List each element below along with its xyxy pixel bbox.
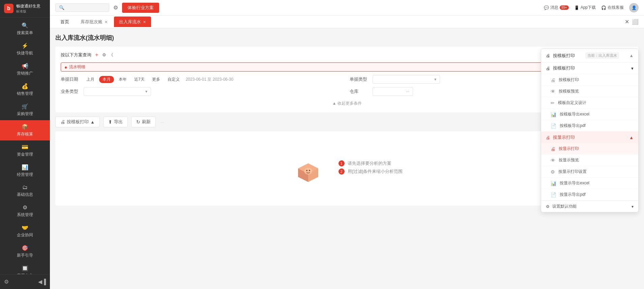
print-item-template-excel[interactable]: 📊 按模板导出excel (541, 109, 638, 120)
message-action[interactable]: 💬 消息 99+ (544, 5, 569, 10)
print-item-template-pdf[interactable]: 📄 按模板导出pdf (541, 120, 638, 132)
display-preview-label: 按显示预览 (559, 157, 579, 163)
template-section-arrow: ▾ (631, 66, 634, 71)
topbar: 🔍 ⚙ 体验行业方案 💬 消息 99+ 📱 App下载 🎧 在线客服 👤 (50, 0, 644, 16)
message-icon: 💬 (544, 5, 549, 10)
search-icon: 🔍 (59, 5, 64, 10)
industry-button[interactable]: 体验行业方案 (122, 3, 159, 13)
sidebar-item-basic[interactable]: 🗂 基础信息 (0, 181, 50, 201)
print-item-display-excel[interactable]: 📊 按显示导出excel (541, 178, 638, 189)
sidebar-item-inventory[interactable]: 📦 库存核算 (0, 120, 50, 140)
message-badge: 99+ (560, 5, 569, 10)
filter-settings-icon[interactable]: ⚙ (102, 52, 106, 57)
print-item-display-print[interactable]: 🖨 按显示打印 (541, 143, 638, 155)
close-window-icon[interactable]: ✕ (625, 19, 629, 25)
template-print-item-label: 按模板打印 (559, 77, 579, 83)
sidebar-item-label: 新手引导 (17, 253, 33, 258)
date-opt-more[interactable]: 更多 (149, 76, 163, 83)
tab-batch-close[interactable]: ✕ (105, 20, 108, 24)
print-panel-collapse-icon[interactable]: ▲ (629, 53, 634, 58)
sidebar-item-label: 库存核算 (17, 131, 33, 137)
empty-hints: 1 请先选择要分析的方案 2 用[过滤]条件来缩小分析范围 (339, 160, 403, 177)
apps-icon: 🔲 (22, 265, 28, 271)
tab-flow[interactable]: 出入库流水 ✕ (114, 17, 151, 27)
print-template-section-header[interactable]: 🖨 按模板打印 ▾ (541, 62, 638, 74)
tabs-right: ✕ ⬜ (625, 19, 639, 25)
main-area: 🔍 ⚙ 体验行业方案 💬 消息 99+ 📱 App下载 🎧 在线客服 👤 (50, 0, 644, 289)
sidebar-item-apps[interactable]: 🔲 应用中心 (0, 262, 50, 274)
app-download-action[interactable]: 📱 App下载 (574, 5, 596, 10)
print-panel-footer[interactable]: ⚙ 设置默认功能 ▾ (541, 201, 638, 212)
content-area: 出入库流水(流水明细) 按以下方案查询 ＋ ⚙ 《 ● 流水明细 单据日期 (50, 28, 644, 289)
export-label: 导出 (114, 119, 123, 125)
print-panel-title: 按模板打印 (553, 53, 575, 59)
refresh-label: 刷新 (142, 119, 151, 125)
print-item-display-pdf[interactable]: 📄 按显示导出pdf (541, 189, 638, 201)
print-item-display-settings[interactable]: ⚙ 按显示打印设置 (541, 166, 638, 178)
search-input[interactable] (66, 5, 106, 10)
print-item-template-design[interactable]: ✏ 模板自定义设计 (541, 97, 638, 109)
sidebar-item-marketing[interactable]: 📢 营销推广 (0, 59, 50, 80)
topbar-search-box[interactable]: 🔍 (55, 3, 109, 12)
refresh-button[interactable]: ↻ 刷新 (131, 116, 156, 127)
sidebar-item-sales[interactable]: 💰 销售管理 (0, 80, 50, 100)
biz-type-select[interactable]: ▾ (84, 87, 151, 96)
tab-batch[interactable]: 库存批次账 ✕ (76, 17, 113, 27)
export-button[interactable]: ⬆ 导出 (103, 116, 128, 127)
sidebar-item-cooperation[interactable]: 🤝 企业协同 (0, 221, 50, 241)
display-print-label: 按显示打印 (553, 134, 575, 140)
date-opt-last-month[interactable]: 上月 (84, 76, 97, 83)
page-title: 出入库流水(流水明细) (55, 34, 639, 42)
settings-icon[interactable]: ⚙ (4, 279, 9, 285)
date-opt-custom[interactable]: 自定义 (165, 76, 182, 83)
empty-illustration (291, 152, 325, 185)
basic-icon: 🗂 (22, 184, 28, 190)
biz-dropdown-icon: ▾ (145, 89, 147, 94)
sidebar-item-label: 企业协同 (17, 232, 33, 238)
tab-flow-close[interactable]: ✕ (143, 20, 146, 24)
sidebar-item-system[interactable]: ⚙ 系统管理 (0, 201, 50, 221)
print-template-label: 按模板打印 (67, 119, 89, 125)
sidebar: b 畅捷通好生意 标准版 🔍 搜索菜单 ⚡ 快捷导航 📢 营销推广 💰 销售管理… (0, 0, 50, 289)
step-2-icon: 2 (339, 168, 345, 175)
collapse-sidebar-icon[interactable]: ◀▐ (38, 279, 46, 285)
gear-icon[interactable]: ⚙ (113, 4, 118, 11)
print-item-display-preview[interactable]: 👁 按显示预览 (541, 155, 638, 166)
sidebar-item-shortcut[interactable]: ⚡ 快捷导航 (0, 39, 50, 59)
sidebar-item-operation[interactable]: 📊 经营管理 (0, 161, 50, 181)
filter-add-button[interactable]: ＋ (94, 51, 99, 58)
type-select[interactable]: ▾ (373, 75, 440, 84)
date-opt-current-month[interactable]: 本月 (99, 76, 114, 83)
maximize-window-icon[interactable]: ⬜ (632, 19, 639, 25)
tag-dot-icon: ● (64, 64, 67, 70)
tab-flow-label: 出入库流水 (119, 19, 141, 25)
user-avatar[interactable]: 👤 (629, 3, 639, 12)
print-icon: 🖨 (60, 119, 65, 125)
date-opt-7days[interactable]: 近7天 (131, 76, 147, 83)
download-icon: 📱 (574, 5, 579, 10)
date-opt-current-year[interactable]: 本年 (116, 76, 129, 83)
online-service-action[interactable]: 🎧 在线客服 (601, 5, 624, 10)
display-settings-icon: ⚙ (551, 169, 555, 175)
sidebar-item-finance[interactable]: 💳 资金管理 (0, 140, 50, 161)
print-item-template-print[interactable]: 🖨 按模板打印 (541, 74, 638, 86)
print-template-button[interactable]: 🖨 按模板打印 ▲ (55, 116, 100, 127)
tab-home[interactable]: 首页 (55, 17, 74, 27)
sidebar-item-guide[interactable]: 🎯 新手引导 (0, 241, 50, 262)
online-service-label: 在线客服 (608, 5, 624, 10)
sidebar-item-purchase[interactable]: 🛒 采购管理 (0, 100, 50, 120)
display-settings-label: 按显示打印设置 (558, 169, 587, 175)
print-current-tag: 当前：出入库流水 (585, 52, 619, 59)
print-display-section-header[interactable]: 🖨 按显示打印 ▲ (541, 132, 638, 143)
search-icon: 🔍 (22, 22, 28, 29)
sidebar-item-search[interactable]: 🔍 搜索菜单 (0, 19, 50, 39)
filter-field-biz: 业务类型 ▾ (61, 87, 344, 96)
empty-hint-2: 2 用[过滤]条件来缩小分析范围 (339, 168, 403, 175)
display-preview-icon: 👁 (551, 158, 555, 163)
date-options: 上月 本月 本年 近7天 更多 自定义 2023-06-01 至 2023-06… (84, 76, 233, 83)
print-item-template-preview[interactable]: 👁 按模板预览 (541, 86, 638, 97)
template-excel-label: 按模板导出excel (560, 111, 589, 117)
filter-collapse-icon[interactable]: 《 (109, 52, 113, 58)
warehouse-select[interactable]: ··· (373, 87, 413, 96)
collapse-label: 收起更多条件 (338, 101, 362, 106)
